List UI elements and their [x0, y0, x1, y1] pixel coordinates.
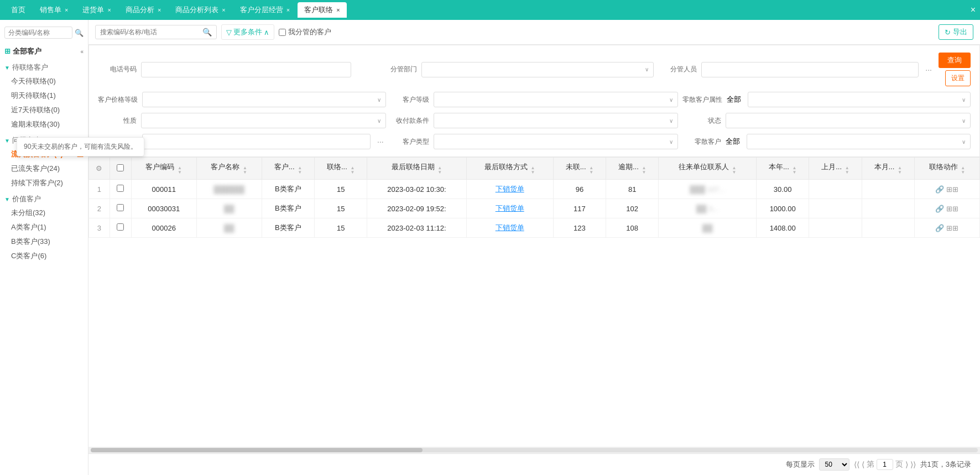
prev-page-btn[interactable]: ⟨ [862, 460, 864, 469]
pagination-nav[interactable]: ⟨⟨ ⟨ 第 页 ⟩ ⟩⟩ [854, 459, 916, 470]
sidebar-search-icon[interactable]: 🔍 [75, 29, 84, 37]
sort-icon-9[interactable]: ▲▼ [732, 166, 737, 175]
col-header-8[interactable]: 逾期... ▲▼ [606, 158, 659, 180]
tab-5[interactable]: 客户分层经营× [233, 2, 296, 18]
sidebar-item-2-3[interactable]: C类客户(6) [0, 249, 88, 263]
export-btn[interactable]: ↻ 导出 [939, 24, 973, 40]
sidebar-group-title-0[interactable]: ▼ 待联络客户 [0, 60, 88, 74]
tab-close-5[interactable]: × [286, 7, 290, 13]
last-page-btn[interactable]: ⟩⟩ [910, 460, 916, 469]
zero-customer-select[interactable]: ∨ [747, 134, 971, 149]
filter-more-btn[interactable]: ▽ 更多条件 ∧ [221, 24, 274, 40]
search-icon-btn[interactable]: 🔍 [202, 28, 212, 36]
col-header-13[interactable]: 联络动作 ▲▼ [914, 158, 979, 180]
col-header-11[interactable]: 上月... ▲▼ [809, 158, 862, 180]
col-header-1[interactable]: 客户编码 ▲▼ [131, 158, 196, 180]
col-header-10[interactable]: 本年... ▲▼ [757, 158, 809, 180]
col-header-4[interactable]: 联络... ▲▼ [315, 158, 367, 180]
sidebar-item-1-2[interactable]: 持续下滑客户(2) [0, 176, 88, 190]
tab-3[interactable]: 商品分析× [119, 2, 168, 18]
sort-icon-3[interactable]: ▲▼ [298, 166, 302, 175]
my-customer-checkbox[interactable] [279, 29, 286, 36]
sidebar-item-0-2[interactable]: 近7天待联络(0) [0, 103, 88, 117]
horizontal-scrollbar[interactable] [88, 447, 980, 453]
tab-1[interactable]: 销售单× [33, 2, 75, 18]
sort-icon-8[interactable]: ▲▼ [642, 166, 646, 175]
col-header-12[interactable]: 本月... ▲▼ [862, 158, 914, 180]
action-menu-2[interactable]: ⊞⊞ [946, 224, 958, 232]
nature-select[interactable]: ∨ [141, 113, 386, 128]
action-icons-2[interactable]: 🔗⊞⊞ [918, 224, 976, 232]
col-header-6[interactable]: 最后联络方式 ▲▼ [466, 158, 553, 180]
sort-icon-5[interactable]: ▲▼ [437, 166, 442, 175]
sidebar-item-1-1[interactable]: 已流失客户(24) [0, 161, 88, 176]
action-icons-1[interactable]: 🔗⊞⊞ [918, 205, 976, 213]
customer-level-select[interactable]: ∨ [434, 92, 679, 107]
action-link-1[interactable]: 🔗 [935, 205, 944, 213]
row-checkbox-0[interactable] [117, 185, 124, 192]
sort-icon-4[interactable]: ▲▼ [350, 166, 355, 175]
settings-btn[interactable]: 设置 [945, 70, 971, 86]
sort-icon-11[interactable]: ▲▼ [845, 166, 849, 175]
sidebar-item-2-2[interactable]: B类客户(33) [0, 234, 88, 249]
sort-icon-12[interactable]: ▲▼ [898, 166, 902, 175]
tab-4[interactable]: 商品分析列表× [169, 2, 232, 18]
col-header-5[interactable]: 最后联络日期 ▲▼ [367, 158, 466, 180]
tab-0[interactable]: 首页 [4, 2, 32, 18]
zero-attr-select[interactable]: ∨ [748, 92, 971, 107]
sort-icon-6[interactable]: ▲▼ [531, 166, 535, 175]
sort-icon-13[interactable]: ▲▼ [961, 166, 965, 175]
row-checkbox-2[interactable] [117, 223, 124, 231]
area-more[interactable]: ··· [375, 137, 386, 146]
status-select[interactable]: ∨ [726, 113, 971, 128]
last-method-0[interactable]: 下销货单 [496, 185, 524, 193]
sidebar-search[interactable]: 🔍 [0, 24, 88, 41]
tab-close-3[interactable]: × [158, 7, 161, 13]
sidebar-item-0-1[interactable]: 明天待联络(1) [0, 88, 88, 103]
row-checkbox-1[interactable] [117, 204, 124, 211]
sidebar-item-0-3[interactable]: 逾期未联络(30) [0, 117, 88, 132]
payment-select[interactable]: ∨ [434, 113, 679, 128]
tab-close-4[interactable]: × [222, 7, 225, 13]
sidebar-search-input[interactable] [4, 27, 72, 39]
first-page-btn[interactable]: ⟨⟨ [854, 460, 859, 469]
search-input-wrap[interactable]: 🔍 [95, 25, 217, 39]
sort-icon-2[interactable]: ▲▼ [243, 166, 247, 175]
customer-type-select[interactable]: ∨ [434, 134, 679, 149]
col-header-2[interactable]: 客户名称 ▲▼ [196, 158, 262, 180]
sort-icon-10[interactable]: ▲▼ [792, 166, 796, 175]
scrollbar-thumb[interactable] [91, 448, 423, 452]
col-checkbox[interactable] [110, 158, 131, 180]
price-level-select[interactable]: ∨ [142, 92, 386, 107]
sidebar-item-0-0[interactable]: 今天待联络(0) [0, 74, 88, 88]
sort-icon-1[interactable]: ▲▼ [178, 166, 182, 175]
query-btn[interactable]: 查询 [939, 53, 971, 68]
person-more[interactable]: ··· [923, 65, 934, 74]
tab-6[interactable]: 客户联络× [298, 2, 346, 18]
last-method-1[interactable]: 下销货单 [496, 204, 524, 212]
person-select[interactable] [701, 62, 919, 77]
gear-icon[interactable]: ⚙ [96, 164, 102, 173]
col-header-3[interactable]: 客户... ▲▼ [262, 158, 314, 180]
action-menu-0[interactable]: ⊞⊞ [946, 185, 958, 194]
action-menu-1[interactable]: ⊞⊞ [946, 205, 958, 213]
col-header-7[interactable]: 未联... ▲▼ [553, 158, 606, 180]
tab-2[interactable]: 进货单× [76, 2, 117, 18]
col-header-9[interactable]: 往来单位联系人 ▲▼ [659, 158, 757, 180]
tab-close-1[interactable]: × [65, 7, 68, 13]
my-customer-check[interactable]: 我分管的客户 [279, 27, 331, 37]
all-customers-header[interactable]: ⊞ 全部客户 « [0, 43, 88, 60]
tab-close-6[interactable]: × [336, 7, 340, 13]
action-link-0[interactable]: 🔗 [935, 185, 944, 194]
search-input[interactable] [100, 28, 200, 36]
next-page-btn[interactable]: ⟩ [905, 460, 908, 469]
sidebar-item-2-1[interactable]: A类客户(1) [0, 220, 88, 234]
page-input[interactable] [877, 459, 893, 470]
sort-icon-7[interactable]: ▲▼ [589, 166, 593, 175]
phone-input[interactable] [141, 62, 351, 77]
sidebar-item-2-0[interactable]: 未分组(32) [0, 206, 88, 220]
last-method-2[interactable]: 下销货单 [496, 223, 524, 232]
tab-close-2[interactable]: × [107, 7, 111, 13]
dept-select[interactable]: ∨ [421, 62, 654, 77]
window-close-btn[interactable]: × [971, 5, 976, 15]
